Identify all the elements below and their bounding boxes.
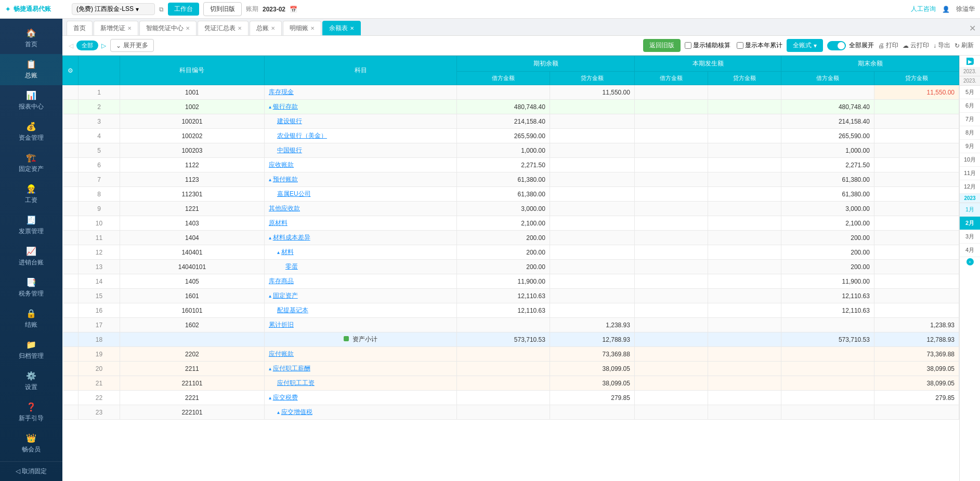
refresh-action[interactable]: ↻ 刷新 [955,41,974,50]
cal-month-9[interactable]: 9月 [960,140,980,153]
tab-general-ledger[interactable]: 总账 ✕ [250,21,282,35]
sidebar-item-archive[interactable]: 📁 归档管理 [0,335,62,366]
td-name[interactable]: 原材料 [264,216,457,231]
td-settings[interactable] [63,216,79,231]
td-name[interactable]: 应收账款 [264,158,457,172]
td-name-link[interactable]: 材料成本差异 [273,234,310,241]
cal-month-2[interactable]: 2月 [960,217,980,230]
td-name[interactable]: ▴ 预付账款 [264,172,457,187]
td-settings[interactable] [63,85,79,100]
td-settings[interactable] [63,376,79,391]
td-name[interactable]: 应付职工工资 [264,376,457,391]
td-name-link[interactable]: 原材料 [269,219,288,226]
sidebar-item-home[interactable]: 🏠 首页 [0,23,62,54]
toggle-track[interactable] [827,41,846,50]
expand-icon[interactable]: ▴ [269,395,273,400]
td-settings[interactable] [63,245,79,260]
tab-smart-voucher-close[interactable]: ✕ [186,25,190,31]
cal-month-7[interactable]: 7月 [960,113,980,126]
sidebar-item-member[interactable]: 👑 畅会员 [0,428,62,459]
tab-detail-ledger[interactable]: 明细账 ✕ [283,21,321,35]
td-name[interactable]: ▴ 材料 [264,245,457,260]
td-name-link[interactable]: 零蛋 [285,263,298,270]
td-settings[interactable] [63,202,79,216]
td-settings[interactable] [63,100,79,114]
td-name-link[interactable]: 库存商品 [269,277,294,285]
sidebar-item-settings[interactable]: ⚙️ 设置 [0,366,62,397]
td-settings[interactable] [63,391,79,405]
td-name-link[interactable]: 应交增值税 [281,408,312,416]
td-settings[interactable] [63,114,79,129]
td-name[interactable]: ▴ 材料成本差异 [264,231,457,245]
calendar-icon[interactable]: 📅 [290,6,297,13]
tab-detail-ledger-close[interactable]: ✕ [310,25,315,31]
td-name-link[interactable]: 库存现金 [269,88,294,96]
td-settings[interactable] [63,347,79,362]
td-name-link[interactable]: 中国银行 [277,146,302,154]
sidebar-item-tax[interactable]: 📑 税务管理 [0,272,62,303]
td-settings[interactable] [63,274,79,289]
auxiliary-checkbox[interactable] [685,42,691,49]
close-all-tabs[interactable]: ✕ [969,23,976,33]
tab-voucher-summary-close[interactable]: ✕ [238,25,242,31]
td-name-link[interactable]: 建设银行 [277,117,302,125]
copy-icon[interactable]: ⧉ [159,6,164,13]
td-settings[interactable] [63,260,79,274]
format-button[interactable]: 全账式 ▾ [787,39,823,52]
td-settings[interactable] [63,129,79,143]
td-name-link[interactable]: 累计折旧 [269,321,294,328]
tab-new-voucher-close[interactable]: ✕ [127,25,132,31]
td-name[interactable]: 建设银行 [264,114,457,129]
tab-voucher-summary[interactable]: 凭证汇总表 ✕ [198,21,249,35]
td-name-link[interactable]: 农业银行（美金） [277,132,327,139]
td-name[interactable]: 累计折旧 [264,318,457,332]
cal-month-8[interactable]: 8月 [960,126,980,140]
expand-icon[interactable]: ▴ [269,177,273,182]
td-name-link[interactable]: 其他应收款 [269,205,300,212]
td-settings[interactable] [63,332,79,347]
td-name-link[interactable]: 配提基记本 [277,306,308,314]
expand-icon[interactable]: ▴ [269,104,273,110]
export-action[interactable]: ↓ 导出 [933,41,950,50]
sidebar-item-payroll[interactable]: 👷 工资 [0,179,62,210]
tab-new-voucher[interactable]: 新增凭证 ✕ [94,21,138,35]
sidebar-item-close[interactable]: 🔒 结账 [0,303,62,335]
td-name[interactable]: 库存现金 [264,85,457,100]
filter-tag[interactable]: 全部 [76,41,98,50]
company-selector[interactable]: (免费) 江西股金-LSS ▾ [72,3,155,15]
cal-month-1[interactable]: 1月 [960,203,980,217]
td-name-link[interactable]: 预付账款 [273,176,298,183]
sidebar-bottom[interactable]: ◁ 取消固定 [0,461,62,481]
td-settings[interactable] [63,303,79,318]
expand-icon[interactable]: ▴ [277,249,281,255]
td-name[interactable]: 嘉属EU公司 [264,187,457,202]
td-name-link[interactable]: 应付账款 [269,350,294,357]
td-name[interactable]: 应付账款 [264,347,457,362]
td-name-link[interactable]: 应交税费 [273,394,298,401]
expand-icon[interactable]: ▴ [277,409,281,415]
cloud-print-action[interactable]: ☁ 云打印 [903,41,929,50]
expand-icon[interactable]: ▴ [269,366,273,371]
td-settings[interactable] [63,318,79,332]
switch-button[interactable]: 切到旧版 [203,2,242,16]
td-name-link[interactable]: 银行存款 [273,103,298,110]
ytd-checkbox[interactable] [737,42,743,49]
print-action[interactable]: 🖨 打印 [878,41,898,50]
th-settings[interactable]: ⚙ [63,56,79,85]
td-settings[interactable] [63,143,79,158]
td-name[interactable]: 其他应收款 [264,202,457,216]
sidebar-item-assets[interactable]: 🏗️ 固定资产 [0,148,62,179]
td-name-link[interactable]: 固定资产 [273,292,298,299]
td-settings[interactable] [63,289,79,303]
td-settings[interactable] [63,231,79,245]
tab-smart-voucher[interactable]: 智能凭证中心 ✕ [139,21,197,35]
show-ytd-check[interactable]: 显示本年累计 [737,41,782,50]
support-link[interactable]: 人工咨询 [911,5,936,14]
td-name-link[interactable]: 应付职工薪酬 [273,365,310,372]
td-name[interactable]: ▴ 应交增值税 [264,405,457,420]
sidebar-item-invoice[interactable]: 🧾 发票管理 [0,210,62,241]
tab-balance-sheet-close[interactable]: ✕ [350,25,354,31]
cal-month-3[interactable]: 3月 [960,230,980,244]
expand-icon[interactable]: ▴ [269,235,273,240]
cal-month-4[interactable]: 4月 [960,244,980,257]
